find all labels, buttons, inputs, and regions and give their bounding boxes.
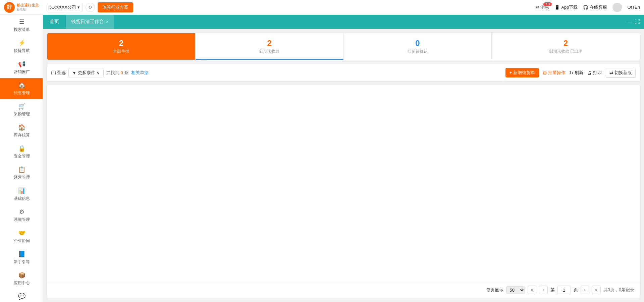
trial-button[interactable]: 体验行业方案 xyxy=(98,2,133,12)
stat-card-all[interactable]: 2 全部单据 xyxy=(47,33,196,60)
sidebar-item-label: 应用中心 xyxy=(14,280,30,286)
phone-icon: 📱 xyxy=(554,5,560,10)
page-suffix: 页 xyxy=(574,287,578,293)
toolbar: 全选 ▼ 更多条件 ∨ 共找到 0 条 相关单据 + 新增销货单 xyxy=(47,64,640,81)
prev-page-button[interactable]: ‹ xyxy=(539,286,548,294)
main-layout: ☰ 搜索菜单 ⚡ 快捷导航 📢 营销推广 🏠 销售管理 🛒 采购管理 🏠 库存核… xyxy=(0,15,644,302)
page-content: 2 全部单据 2 到期未收款 0 旺辅待确认 2 到期未收款 已出库 xyxy=(43,29,644,302)
per-page-label: 每页显示 xyxy=(486,287,503,293)
add-sale-button[interactable]: + 新增销货单 xyxy=(505,68,539,77)
tab-page-label: 钱货日清工作台 xyxy=(71,19,104,25)
page-number-input[interactable] xyxy=(557,286,571,294)
stat-number-overdue: 2 xyxy=(202,39,337,48)
switch-version-button[interactable]: ⇄ 切换新版 xyxy=(606,68,636,78)
topbar-right: ✉ 消息 99+ 📱 App下载 🎧 在线客服 OfTEn xyxy=(535,3,640,12)
finance-icon: 🔒 xyxy=(18,145,25,152)
tab-page-workbench[interactable]: 钱货日清工作台 × xyxy=(66,15,114,29)
tab-bar-actions: — ⛶ xyxy=(627,19,644,25)
logo-text: 畅捷通好生意 xyxy=(17,3,39,7)
last-page-button[interactable]: » xyxy=(592,286,601,294)
stat-number-pending: 0 xyxy=(351,39,485,48)
sidebar-item-marketing[interactable]: 📢 营销推广 xyxy=(0,57,43,78)
page-total: 共0页，0条记录 xyxy=(603,287,634,293)
refresh-label: 刷新 xyxy=(575,70,583,76)
sidebar-item-operations[interactable]: 📋 经营管理 xyxy=(0,163,43,184)
sidebar-item-system[interactable]: ⚙ 系统管理 xyxy=(0,205,43,226)
stat-card-overdue[interactable]: 2 到期未收款 xyxy=(196,33,344,60)
app-download-label: App下载 xyxy=(561,4,578,10)
tab-maximize-button[interactable]: ⛶ xyxy=(635,19,640,25)
related-link[interactable]: 相关单据 xyxy=(131,70,149,76)
print-button[interactable]: 🖨 打印 xyxy=(587,70,602,76)
batch-label: 批量操作 xyxy=(548,70,566,76)
toolbar-right: + 新增销货单 ⊞ 批量操作 ↻ 刷新 🖨 打印 ⇄ xyxy=(505,68,636,78)
settings-button[interactable]: ⚙ xyxy=(86,3,95,12)
logo-text-area: 畅捷通好生意 标准版 xyxy=(17,3,39,12)
basic-info-icon: 📊 xyxy=(18,187,25,194)
sidebar-item-finance[interactable]: 🔒 资金管理 xyxy=(0,141,43,163)
per-page-select[interactable]: 50 100 200 xyxy=(506,286,525,294)
app-center-icon: 📦 xyxy=(18,271,25,279)
print-icon: 🖨 xyxy=(587,70,592,75)
batch-operation-button[interactable]: ⊞ 批量操作 xyxy=(543,70,566,76)
sidebar-item-label: 销售管理 xyxy=(14,90,30,96)
user-name[interactable]: OfTEn xyxy=(627,5,640,10)
stat-underline-overdue xyxy=(196,59,343,60)
first-page-button[interactable]: « xyxy=(528,286,536,294)
sidebar-item-cooperation[interactable]: 🤝 企业协同 xyxy=(0,226,43,247)
online-service-button[interactable]: 🎧 在线客服 xyxy=(583,4,607,10)
sidebar-item-enterprise-wechat[interactable]: 💬 企业微信 xyxy=(0,289,43,302)
filter-icon: ▼ xyxy=(72,70,76,75)
found-unit: 条 xyxy=(124,70,128,75)
sidebar-item-purchase[interactable]: 🛒 采购管理 xyxy=(0,99,43,120)
topbar-left: 好 畅捷通好生意 标准版 XXXXXX公司 ▾ ⚙ 体验行业方案 xyxy=(4,2,133,13)
message-button[interactable]: ✉ 消息 99+ xyxy=(535,4,549,10)
sidebar-item-quick-nav[interactable]: ⚡ 快捷导航 xyxy=(0,36,43,57)
tab-home[interactable]: 首页 xyxy=(43,15,66,29)
stat-label-pending: 旺辅待确认 xyxy=(351,49,485,54)
sidebar-item-label: 采购管理 xyxy=(14,111,30,117)
next-page-button[interactable]: › xyxy=(581,286,589,294)
refresh-button[interactable]: ↻ 刷新 xyxy=(570,70,583,76)
stat-label-all: 全部单据 xyxy=(54,49,189,54)
tab-close-button[interactable]: × xyxy=(106,19,108,24)
stat-card-shipped[interactable]: 2 到期未收款 已出库 xyxy=(492,33,640,60)
company-selector[interactable]: XXXXXX公司 ▾ xyxy=(47,3,83,12)
message-icon: ✉ xyxy=(535,5,539,10)
sidebar-item-label: 新手引导 xyxy=(14,259,30,265)
tab-minimize-button[interactable]: — xyxy=(627,19,632,25)
operations-icon: 📋 xyxy=(18,166,25,173)
sidebar-item-inventory[interactable]: 🏠 库存核算 xyxy=(0,120,43,141)
select-all-input[interactable] xyxy=(51,71,56,75)
sidebar-item-guide[interactable]: 📘 新手引导 xyxy=(0,247,43,268)
sidebar-item-sales[interactable]: 🏠 销售管理 xyxy=(0,78,43,99)
found-prefix: 共找到 xyxy=(106,70,119,75)
guide-icon: 📘 xyxy=(18,250,25,258)
sidebar-item-app-center[interactable]: 📦 应用中心 xyxy=(0,268,43,289)
select-all-checkbox[interactable]: 全选 xyxy=(51,70,66,76)
gear-icon: ⚙ xyxy=(88,5,92,10)
sidebar-item-label: 搜索菜单 xyxy=(14,27,30,33)
print-label: 打印 xyxy=(593,70,602,76)
stat-card-pending[interactable]: 0 旺辅待确认 xyxy=(344,33,492,60)
select-all-label: 全选 xyxy=(57,70,66,76)
logo-icon: 好 xyxy=(4,2,15,13)
purchase-icon: 🛒 xyxy=(18,103,25,110)
found-count: 0 xyxy=(121,70,123,75)
stat-label-shipped: 到期未收款 已出库 xyxy=(498,49,633,54)
inventory-icon: 🏠 xyxy=(18,124,25,131)
sidebar-item-search-menu[interactable]: ☰ 搜索菜单 xyxy=(0,15,43,36)
sidebar-item-label: 库存核算 xyxy=(14,132,30,138)
sidebar-item-label: 基础信息 xyxy=(14,196,30,201)
sidebar-item-label: 快捷导航 xyxy=(14,48,30,54)
user-avatar[interactable] xyxy=(612,3,622,12)
refresh-icon: ↻ xyxy=(570,70,573,75)
sidebar-item-label: 系统管理 xyxy=(14,217,30,223)
switch-icon: ⇄ xyxy=(609,70,613,75)
app-download-button[interactable]: 📱 App下载 xyxy=(554,4,578,10)
message-badge: 99+ xyxy=(543,2,552,6)
sidebar-item-basic-info[interactable]: 📊 基础信息 xyxy=(0,184,43,205)
filter-button[interactable]: ▼ 更多条件 ∨ xyxy=(68,68,104,77)
sidebar-item-label: 营销推广 xyxy=(14,69,30,75)
online-service-label: 在线客服 xyxy=(590,4,607,10)
